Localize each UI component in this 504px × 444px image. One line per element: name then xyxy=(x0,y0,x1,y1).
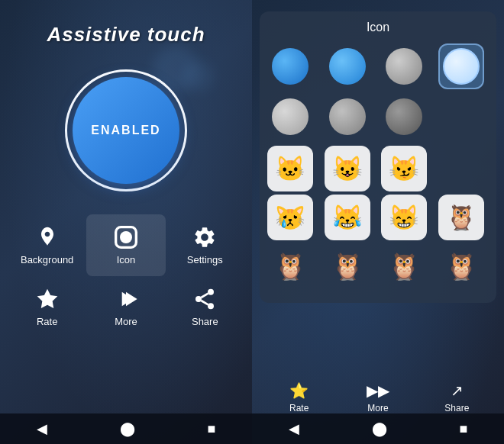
menu-item-background[interactable]: Background xyxy=(8,214,86,276)
more-icon xyxy=(114,287,138,311)
menu-item-rate[interactable]: Rate xyxy=(8,276,86,338)
icon-cat-5[interactable]: 😹 xyxy=(325,195,370,240)
menu-item-icon[interactable]: Icon xyxy=(86,214,165,276)
icon-owl-1[interactable]: 🦉 xyxy=(438,195,484,240)
svg-line-6 xyxy=(202,294,208,298)
circle-gray xyxy=(386,48,422,85)
back-button-left[interactable]: ◀ xyxy=(37,420,47,437)
left-panel: Assistive touch ENABLED Background Ico xyxy=(0,0,252,444)
right-rate-label: Rate xyxy=(289,403,309,413)
icon-cat-3[interactable]: 😼 xyxy=(381,146,427,191)
circle-white-selected xyxy=(443,48,480,85)
settings-label: Settings xyxy=(187,254,223,265)
more-label: More xyxy=(115,316,137,327)
icon-light-gray[interactable] xyxy=(267,94,313,140)
icon-empty-2 xyxy=(438,146,484,191)
right-panel: Icon xyxy=(252,0,504,444)
enable-button-wrapper: ENABLED xyxy=(0,69,252,191)
icon-empty-1 xyxy=(438,94,484,140)
icon-gray[interactable] xyxy=(381,43,427,89)
right-more-label: More xyxy=(367,403,388,413)
circle-dark-gray xyxy=(386,98,422,135)
icon-cat-4[interactable]: 😿 xyxy=(267,195,313,240)
right-nav-bar: ◀ ⬤ ■ xyxy=(252,413,504,444)
background-icon xyxy=(35,225,60,249)
enable-button[interactable]: ENABLED xyxy=(73,77,179,184)
recent-button-right[interactable]: ■ xyxy=(460,421,468,437)
menu-item-share[interactable]: Share xyxy=(166,276,244,338)
icon-white-selected[interactable] xyxy=(438,43,484,89)
background-label: Background xyxy=(21,254,73,265)
circle-light-gray xyxy=(272,98,309,135)
menu-item-settings[interactable]: Settings xyxy=(166,214,244,276)
main-menu-grid: Background Icon Settings xyxy=(0,214,252,338)
recent-button-left[interactable]: ■ xyxy=(208,421,216,437)
icon-row-5: 🦉 🦉 🦉 🦉 xyxy=(267,243,489,289)
settings-icon xyxy=(192,225,217,249)
icon-dark-gray[interactable] xyxy=(381,94,427,140)
rate-icon xyxy=(35,287,60,311)
app-title: Assistive touch xyxy=(0,0,252,47)
svg-rect-1 xyxy=(120,231,132,243)
back-button-right[interactable]: ◀ xyxy=(289,420,299,437)
svg-point-2 xyxy=(208,289,214,295)
right-share-icon: ↗ xyxy=(451,381,464,400)
icon-selection-panel: Icon xyxy=(260,11,496,303)
share-label: Share xyxy=(192,316,218,327)
icon-row-3: 🐱 😺 😼 xyxy=(267,146,489,191)
home-button-left[interactable]: ⬤ xyxy=(120,420,135,437)
icon-menu-icon xyxy=(114,225,138,249)
icon-owl-4[interactable]: 🦉 xyxy=(381,243,427,289)
right-bottom-bar: ⭐ Rate ▶▶ More ↗ Share xyxy=(252,381,504,413)
rate-label: Rate xyxy=(37,316,57,327)
right-more-item[interactable]: ▶▶ More xyxy=(338,381,417,413)
svg-point-4 xyxy=(208,303,214,309)
circle-blue-med xyxy=(329,48,366,85)
svg-line-5 xyxy=(202,301,208,304)
icon-blue-med[interactable] xyxy=(325,43,370,89)
icon-label: Icon xyxy=(117,254,136,265)
icon-row-1 xyxy=(267,43,489,89)
right-more-icon: ▶▶ xyxy=(367,381,389,400)
enable-ring: ENABLED xyxy=(65,69,187,191)
icon-med-gray[interactable] xyxy=(325,94,370,140)
circle-med-gray xyxy=(329,98,366,135)
icon-row-2 xyxy=(267,94,489,140)
right-share-label: Share xyxy=(444,403,469,413)
svg-point-3 xyxy=(195,296,202,302)
icon-owl-5[interactable]: 🦉 xyxy=(438,243,484,289)
right-rate-item[interactable]: ⭐ Rate xyxy=(260,381,338,413)
icon-row-4: 😿 😹 😸 🦉 xyxy=(267,195,489,240)
left-nav-bar: ◀ ⬤ ■ xyxy=(0,413,252,444)
icon-owl-2[interactable]: 🦉 xyxy=(267,243,313,289)
menu-item-more[interactable]: More xyxy=(86,276,165,338)
home-button-right[interactable]: ⬤ xyxy=(372,420,387,437)
icon-cat-1[interactable]: 🐱 xyxy=(267,146,313,191)
icon-cat-2[interactable]: 😺 xyxy=(325,146,370,191)
right-share-item[interactable]: ↗ Share xyxy=(418,381,496,413)
icon-cat-6[interactable]: 😸 xyxy=(381,195,427,240)
right-rate-icon: ⭐ xyxy=(289,381,309,400)
icon-owl-3[interactable]: 🦉 xyxy=(325,243,370,289)
icon-blue-dark[interactable] xyxy=(267,43,313,89)
share-icon xyxy=(192,287,217,311)
circle-blue-dark xyxy=(272,48,309,85)
icon-panel-title: Icon xyxy=(267,21,489,34)
